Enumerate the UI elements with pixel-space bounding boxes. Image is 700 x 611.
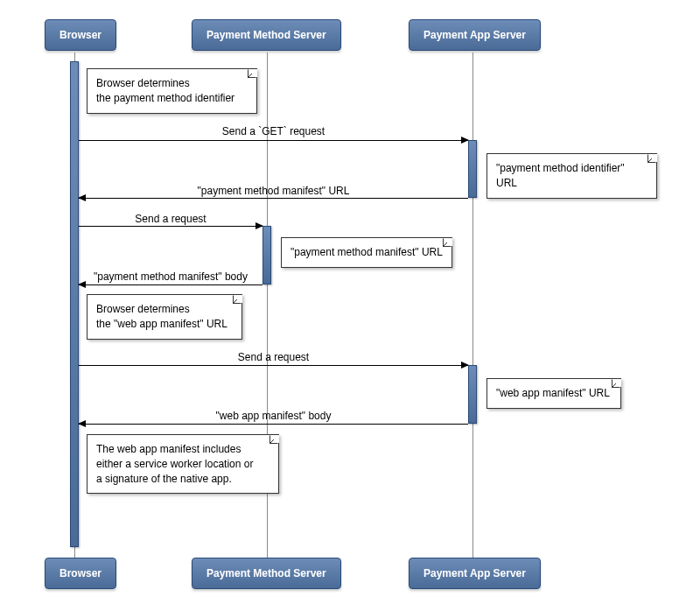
- note-text: Browser determines: [96, 77, 190, 89]
- note-text: the "web app manifest" URL: [96, 318, 228, 330]
- participant-browser-bottom: Browser: [45, 558, 116, 589]
- note-web-app-manifest-url: "web app manifest" URL: [486, 378, 621, 409]
- arrow-send-request-method: [79, 226, 262, 227]
- message-label: Send a `GET` request: [79, 125, 468, 137]
- arrow-payment-method-manifest-body: [79, 284, 262, 285]
- note-browser-determines-identifier: Browser determines the payment method id…: [87, 68, 257, 114]
- message-label: Send a request: [79, 213, 262, 225]
- note-payment-method-manifest-url: "payment method manifest" URL: [281, 237, 452, 268]
- message-label: Send a request: [79, 351, 468, 363]
- note-payment-method-identifier-url: "payment method identifier" URL: [486, 153, 657, 199]
- participant-payment-method-server-top: Payment Method Server: [192, 19, 341, 51]
- note-browser-determines-web-app-url: Browser determines the "web app manifest…: [87, 294, 242, 340]
- arrow-web-app-manifest-body: [79, 424, 468, 425]
- sequence-diagram: Browser Payment Method Server Payment Ap…: [0, 0, 700, 611]
- participant-payment-app-server-bottom: Payment App Server: [409, 558, 541, 589]
- message-label: "web app manifest" body: [79, 410, 468, 422]
- activation-payment-method-server: [262, 226, 271, 284]
- note-text: a signature of the native app.: [96, 473, 232, 485]
- participant-payment-app-server-top: Payment App Server: [409, 19, 541, 51]
- lifeline-payment-app-server: [472, 53, 473, 558]
- note-text: "payment method manifest" URL: [290, 246, 443, 258]
- arrow-send-request-app: [79, 365, 468, 366]
- participant-payment-method-server-bottom: Payment Method Server: [192, 558, 341, 589]
- arrow-payment-method-manifest-url: [79, 198, 468, 199]
- arrow-get-request: [79, 140, 468, 141]
- activation-browser: [70, 61, 79, 547]
- note-text: Browser determines: [96, 303, 190, 315]
- activation-payment-app-server-2: [468, 365, 477, 424]
- note-text: the payment method identifier: [96, 92, 234, 104]
- note-text: "payment method identifier" URL: [496, 162, 625, 189]
- note-text: The web app manifest includes: [96, 443, 241, 455]
- note-web-app-manifest-includes: The web app manifest includes either a s…: [87, 434, 279, 494]
- participant-browser-top: Browser: [45, 19, 116, 51]
- message-label: "payment method manifest" URL: [79, 185, 468, 197]
- note-text: either a service worker location or: [96, 458, 253, 470]
- note-text: "web app manifest" URL: [496, 387, 610, 399]
- activation-payment-app-server-1: [468, 140, 477, 198]
- message-label: "payment method manifest" body: [79, 270, 262, 283]
